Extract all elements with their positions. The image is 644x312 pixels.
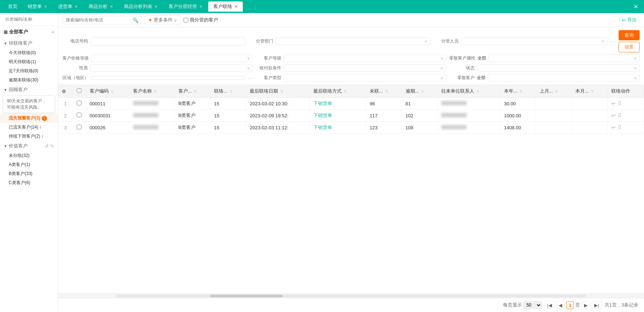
sidebar-item-today-contact[interactable]: 今天待联络(0) — [0, 48, 58, 57]
action-contact-icon[interactable]: ↩ — [611, 101, 616, 106]
toolbar: 🔍 ▼ 更多条件 ∨ 我分管的客户 ↩ 导出 — [58, 13, 644, 27]
row-last-date: 2023-02-03 11:12: — [246, 122, 310, 134]
page-first-btn[interactable]: |◀ — [545, 301, 555, 309]
sidebar-item-class-b[interactable]: B类客户(33) — [0, 169, 58, 178]
page-next-btn[interactable]: ▶ — [581, 301, 590, 309]
settings-btn[interactable]: 设置 — [619, 42, 640, 52]
sidebar-item-unclassified[interactable]: 未分组(32) — [0, 151, 58, 160]
row-checkbox[interactable] — [77, 113, 81, 117]
filter-btn[interactable]: ▼ 更多条件 ∨ — [145, 15, 181, 25]
row-last-way-link[interactable]: 下销货单 — [313, 125, 332, 130]
filter-row-1: 电话号码 分管部门 ∨ 分管人员 ∨ ··· — [63, 30, 640, 52]
action-more-icon[interactable]: ⠿ — [618, 101, 621, 106]
page-last-btn[interactable]: ▶| — [592, 301, 601, 309]
window-close-button[interactable]: ✕ — [631, 3, 641, 10]
filter-icon: ▼ — [148, 17, 153, 23]
filter-customer-level-select[interactable]: ∨ — [283, 54, 446, 62]
filter-region-select[interactable] — [91, 76, 245, 80]
sidebar-item-tomorrow-contact[interactable]: 明天待联络(1) — [0, 57, 58, 66]
row-checkbox-cell — [73, 110, 86, 122]
tab-analysis-list-close[interactable]: ✕ — [154, 4, 158, 9]
tab-analysis-list[interactable]: 商品分析列表 ✕ — [119, 1, 163, 12]
horizontal-scrollbar[interactable] — [58, 293, 644, 298]
sidebar-item-class-a[interactable]: A类客户(1) — [0, 160, 58, 169]
row-last-date: 2023-03-02 10:30: — [246, 98, 310, 110]
table-row: 2 00030031 B类客户 15 2023-02-09 19:52: 下销货… — [58, 110, 644, 122]
sidebar-group-lost[interactable]: ▼ 回顾客户 — [0, 85, 58, 95]
person-more-btn[interactable]: ··· — [609, 39, 616, 44]
tab-customer-segment-close[interactable]: ✕ — [199, 4, 202, 9]
sort-icon: ⇅ — [194, 89, 197, 93]
sidebar-root[interactable]: ⊞ 全部客户 « — [0, 26, 58, 38]
filter-status-label: 状态 — [449, 65, 475, 71]
sparse-customer-arrow-icon: ∨ — [634, 76, 636, 80]
my-customers-checkbox[interactable] — [184, 18, 188, 23]
page-prev-btn[interactable]: ◀ — [556, 301, 565, 309]
per-page-select[interactable]: 50 100 200 — [523, 301, 542, 309]
tab-customer-segment[interactable]: 客户分层经营 ✕ — [164, 1, 208, 12]
tab-purchase[interactable]: 进货单 ✕ — [53, 1, 83, 12]
filter-nature-select[interactable]: ∨ — [90, 64, 253, 72]
tab-customer-link[interactable]: 客户联络 ✕ — [208, 1, 243, 12]
filter-status-select[interactable]: ∨ — [477, 64, 640, 72]
action-more-icon[interactable]: ⠿ — [618, 113, 621, 118]
sidebar-group-pending[interactable]: ▼ 待联络客户 — [0, 38, 58, 48]
row-checkbox[interactable] — [77, 125, 81, 129]
th-this-month: 本月... ⇅ — [572, 85, 607, 98]
search-input[interactable] — [66, 17, 131, 23]
filter-customer-type-select[interactable]: ∨ — [283, 74, 446, 82]
sort-icon: ⇅ — [280, 89, 283, 93]
filter-sparse-customer-select[interactable]: ∨ — [488, 74, 640, 82]
row-overdue: 102 — [402, 110, 437, 122]
sidebar-item-overdue-contact[interactable]: 逾期未联络(30) — [0, 76, 58, 85]
filter-payment-select[interactable]: ∨ — [283, 64, 446, 72]
refresh-icon[interactable]: ↺ — [45, 143, 49, 149]
tab-sales-close[interactable]: ✕ — [44, 4, 47, 9]
row-code: 000011 — [86, 98, 129, 110]
filter-dept-select[interactable]: ∨ — [275, 37, 430, 45]
sidebar-item-week-contact[interactable]: 近7天待联络(0) — [0, 66, 58, 76]
tab-analysis-close[interactable]: ✕ — [110, 4, 113, 9]
sidebar-group-value[interactable]: ▼ 价值客户 ↺ ✎ — [0, 141, 58, 151]
search-icon[interactable]: 🔍 — [133, 17, 138, 23]
action-contact-icon[interactable]: ↩ — [611, 125, 616, 130]
row-last-way-link[interactable]: 下销货单 — [313, 101, 332, 106]
filter-customer-type-label: 客户类型 — [256, 75, 281, 81]
row-company-contact — [437, 122, 500, 134]
export-btn[interactable]: ↩ 导出 — [619, 16, 640, 24]
tab-customer-link-close[interactable]: ✕ — [234, 4, 238, 9]
settings-icon[interactable]: ⚙ — [62, 89, 66, 94]
action-contact-icon[interactable]: ↩ — [611, 113, 616, 118]
tab-sales[interactable]: 销货单 ✕ — [23, 1, 52, 12]
region-more-btn[interactable]: ··· — [247, 75, 253, 81]
filter-price-level-select[interactable]: ∨ — [91, 54, 253, 62]
filter-sparse-attr-select[interactable]: ∨ — [488, 54, 640, 62]
sidebar-item-churn-warning[interactable]: 流失预警客户(3) ! — [0, 114, 58, 123]
filter-person-select[interactable]: ∨ — [461, 37, 607, 45]
sidebar-collapse-btn[interactable]: « — [52, 29, 54, 35]
scrollbar-thumb[interactable] — [210, 295, 283, 297]
row-this-month — [572, 98, 607, 110]
dept-arrow-icon: ∨ — [424, 39, 427, 43]
filter-phone-input[interactable] — [90, 37, 245, 46]
sidebar-item-already-lost[interactable]: 已流失客户(24) ℹ — [0, 123, 58, 132]
sidebar-item-class-c[interactable]: C类客户(6) — [0, 178, 58, 187]
select-all-checkbox[interactable] — [77, 88, 81, 93]
sort-icon: ⇅ — [421, 89, 424, 93]
tab-analysis[interactable]: 商品分析 ✕ — [84, 1, 118, 12]
row-checkbox[interactable] — [77, 101, 81, 105]
edit-icon[interactable]: ✎ — [50, 143, 54, 149]
query-btn[interactable]: 查询 — [619, 30, 640, 40]
filter-phone: 电话号码 — [63, 37, 245, 46]
tab-home[interactable]: 首页 — [3, 3, 23, 10]
tab-purchase-close[interactable]: ✕ — [75, 4, 78, 9]
action-more-icon[interactable]: ⠿ — [618, 125, 621, 130]
sidebar-item-keep-down[interactable]: 持续下滑客户(2) ℹ — [0, 132, 58, 141]
row-last-way-link[interactable]: 下销货单 — [313, 113, 332, 118]
arrow-down-icon-2: ▼ — [4, 88, 7, 92]
th-checkbox — [73, 85, 86, 98]
th-last-way: 最后联络方式 ⇅ — [310, 85, 366, 98]
status-arrow-icon: ∨ — [634, 66, 636, 70]
sidebar-search-input[interactable] — [4, 16, 58, 23]
my-customers-checkbox-label[interactable]: 我分管的客户 — [184, 17, 218, 23]
